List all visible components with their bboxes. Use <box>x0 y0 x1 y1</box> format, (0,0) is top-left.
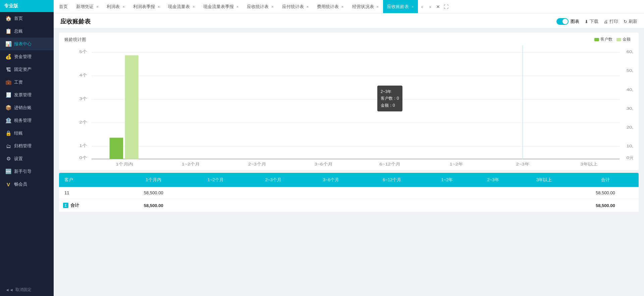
tab-close-all-button[interactable]: ✕ <box>434 0 442 13</box>
sidebar-item-label: 新手引导 <box>14 168 32 175</box>
sidebar-item-guide[interactable]: 🆕 新手引导 <box>0 165 54 178</box>
chart-toggle-label: 图表 <box>571 18 579 24</box>
col-header-m12: 1~2个月 <box>187 173 245 187</box>
svg-text:1~2个月: 1~2个月 <box>182 162 200 166</box>
close-books-icon: 🔒 <box>5 130 11 136</box>
guide-icon: 🆕 <box>5 168 11 175</box>
tab-ar-stat-close[interactable]: × <box>271 5 273 9</box>
sidebar-item-label: 工资 <box>14 79 23 85</box>
tab-ap-stat[interactable]: 应付统计表 × <box>278 0 313 13</box>
col-header-y12: 1~2年 <box>424 173 470 187</box>
sidebar-item-sales[interactable]: 📦 进销台账 <box>0 101 54 114</box>
invoice-icon: 🧾 <box>5 92 11 98</box>
svg-text:2个: 2个 <box>79 120 87 124</box>
download-button[interactable]: ⬇ 下载 <box>585 18 598 24</box>
unpin-button[interactable]: ◄◄ 取消固定 <box>0 284 54 296</box>
sidebar-item-close[interactable]: 🔒 结账 <box>0 127 54 140</box>
svg-text:30,000.00元: 30,000.00元 <box>627 106 633 110</box>
col-header-total: 合计 <box>572 173 639 187</box>
total-y12 <box>424 199 470 212</box>
tab-voucher-label: 新增凭证 <box>76 4 94 10</box>
tab-home[interactable]: 首页 <box>55 0 72 13</box>
svg-text:10,000.00元: 10,000.00元 <box>627 144 633 148</box>
sidebar-item-report[interactable]: 📊 报表中心 <box>0 38 54 50</box>
toggle-track[interactable] <box>556 18 569 25</box>
toggle-thumb <box>562 19 568 24</box>
sidebar-item-label: 进销台账 <box>14 105 32 111</box>
tab-cashflow-label: 现金流量表 <box>168 4 190 10</box>
tab-next-button[interactable]: › <box>426 0 434 13</box>
tab-profit[interactable]: 利润表 × <box>103 0 129 13</box>
tab-cashflow-close[interactable]: × <box>193 5 195 9</box>
total-m1: 58,500.00 <box>120 199 187 212</box>
sales-icon: 📦 <box>5 105 11 111</box>
tab-expense-stat[interactable]: 费用统计表 × <box>313 0 348 13</box>
settings-icon: ⚙ <box>5 156 11 162</box>
header-actions: 图表 ⬇ 下载 🖨 打印 ↻ 刷新 <box>556 18 637 25</box>
sidebar-item-archive[interactable]: 🗂 归档管理 <box>0 140 54 152</box>
tab-ar-stat[interactable]: 应收统计表 × <box>243 0 278 13</box>
sidebar-item-fund[interactable]: 💰 资金管理 <box>0 50 54 63</box>
tab-ap-stat-close[interactable]: × <box>307 5 309 9</box>
unpin-label: 取消固定 <box>15 287 32 293</box>
sidebar-item-salary[interactable]: 💼 工资 <box>0 76 54 89</box>
svg-text:0元: 0元 <box>627 155 633 160</box>
svg-text:3年以上: 3年以上 <box>580 162 598 166</box>
salary-icon: 💼 <box>5 79 11 85</box>
sidebar-item-tax[interactable]: 🏦 税务管理 <box>0 114 54 127</box>
total-m23 <box>245 199 302 212</box>
ledger-icon: 📋 <box>5 28 11 34</box>
legend-customers-label: 客户数 <box>600 37 612 42</box>
cell-total: 58,500.00 <box>572 187 639 199</box>
svg-text:1个: 1个 <box>79 143 87 148</box>
sidebar-item-asset[interactable]: 🏗 固定资产 <box>0 63 54 76</box>
tab-ar-aging-label: 应收账龄表 <box>387 4 409 10</box>
tab-fullscreen-button[interactable]: ⛶ <box>442 0 450 13</box>
tab-ar-aging[interactable]: 应收账龄表 × <box>383 0 418 13</box>
sidebar-item-member[interactable]: V 畅会员 <box>0 178 54 191</box>
tab-profit-quarter-close[interactable]: × <box>158 5 160 9</box>
tab-biz-stat[interactable]: 经营状况表 × <box>348 0 383 13</box>
tab-voucher[interactable]: 新增凭证 × <box>72 0 103 13</box>
fund-icon: 💰 <box>5 54 11 60</box>
tab-profit-close[interactable]: × <box>122 5 124 9</box>
svg-text:20,000.00元: 20,000.00元 <box>627 125 633 129</box>
cell-y3plus <box>516 187 572 199</box>
tab-voucher-close[interactable]: × <box>96 5 98 9</box>
cell-m1: 58,500.00 <box>120 187 187 199</box>
col-header-m612: 6~12个月 <box>360 173 424 187</box>
tab-profit-quarter-label: 利润表季报 <box>133 4 155 10</box>
svg-text:4个: 4个 <box>79 73 87 78</box>
tab-ar-aging-close[interactable]: × <box>412 5 414 9</box>
tab-prev-button[interactable]: ‹ <box>418 0 426 13</box>
tab-profit-quarter[interactable]: 利润表季报 × <box>129 0 164 13</box>
refresh-icon: ↻ <box>624 19 627 24</box>
svg-text:3个: 3个 <box>79 97 87 101</box>
svg-text:1~2年: 1~2年 <box>450 162 463 166</box>
tab-cashflow[interactable]: 现金流量表 × <box>164 0 199 13</box>
legend-customers-dot <box>594 38 599 41</box>
print-button[interactable]: 🖨 打印 <box>604 18 618 24</box>
table-header-row: 客户 1个月内 1~2个月 2~3个月 3~6个月 6~12个月 1~2年 2~… <box>59 173 639 187</box>
legend-customers: 客户数 <box>594 37 612 42</box>
refresh-button[interactable]: ↻ 刷新 <box>624 18 637 24</box>
sidebar-item-ledger[interactable]: 📋 总账 <box>0 25 54 38</box>
sidebar-item-label: 税务管理 <box>14 117 32 124</box>
tab-biz-stat-close[interactable]: × <box>377 5 379 9</box>
col-header-customer: 客户 <box>59 173 120 187</box>
print-icon: 🖨 <box>604 19 608 24</box>
sidebar-item-label: 设置 <box>14 156 23 162</box>
sidebar-item-home[interactable]: 🏠 首页 <box>0 12 54 25</box>
chart-svg: 5个 4个 3个 2个 1个 0个 60,000.00元 50,000.00元 … <box>64 45 633 166</box>
sidebar-item-invoice[interactable]: 🧾 发票管理 <box>0 89 54 101</box>
tab-cashflow-quarter[interactable]: 现金流量表季报 × <box>199 0 243 13</box>
sidebar-item-label: 结账 <box>14 130 23 136</box>
tab-cashflow-quarter-close[interactable]: × <box>236 5 238 9</box>
refresh-label: 刷新 <box>629 18 637 24</box>
svg-text:40,000.00元: 40,000.00元 <box>627 87 633 92</box>
sidebar-item-settings[interactable]: ⚙ 设置 <box>0 152 54 165</box>
total-m12 <box>187 199 245 212</box>
tab-expense-stat-close[interactable]: × <box>341 5 343 9</box>
chart-toggle[interactable]: 图表 <box>556 18 579 25</box>
sidebar-item-label: 归档管理 <box>14 143 32 149</box>
